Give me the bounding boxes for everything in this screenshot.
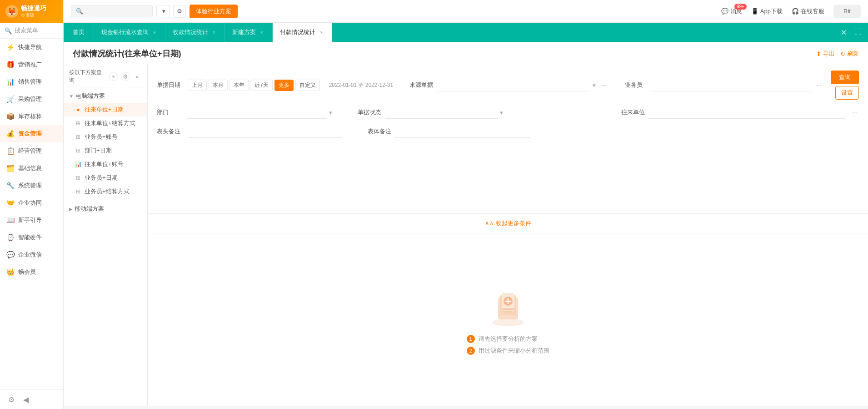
sidebar-item-member[interactable]: 👑 畅会员	[0, 263, 63, 281]
topbar-dropdown[interactable]: ▾	[156, 5, 170, 17]
bank-flow-tab-label: 现金银行流水查询	[101, 28, 149, 36]
last-month-button[interactable]: 上月	[188, 80, 207, 91]
sidebar-item-finance[interactable]: 💰 资金管理	[0, 125, 63, 142]
scheme-item-partner-date[interactable]: ● 往来单位+日期	[64, 103, 147, 116]
sidebar-item-hardware[interactable]: ⌚ 智能硬件	[0, 229, 63, 246]
scheme-item-partner-settle[interactable]: ⊞ 往来单位+结算方式	[64, 116, 147, 130]
partner-input-area[interactable]	[649, 106, 847, 119]
scheme-add-button[interactable]: +	[109, 72, 118, 81]
sidebar: 🦊 畅捷通巧 标准版 🔍 搜索菜单 ⚡ 快捷导航 🎁 营销推广 📊 销售管理 🛒…	[0, 0, 64, 409]
salesperson-ellipsis[interactable]: ···	[814, 81, 823, 89]
export-button[interactable]: ⬆ 导出	[816, 50, 835, 58]
message-action[interactable]: 💬 消息 99+	[721, 7, 742, 15]
scheme-collapse-button[interactable]: «	[133, 72, 142, 81]
scheme-item-staff-date[interactable]: ⊞ 业务员+日期	[64, 171, 147, 185]
last-7days-button[interactable]: 近7天	[250, 80, 273, 91]
this-month-button[interactable]: 本月	[209, 80, 228, 91]
scheme-item-icon: ⊞	[75, 147, 82, 154]
header-note-input[interactable]	[188, 125, 342, 138]
partner-ellipsis[interactable]: ···	[850, 109, 859, 116]
sidebar-item-wechat[interactable]: 💬 企业微信	[0, 246, 63, 263]
sidebar-item-sales[interactable]: 📊 销售管理	[0, 73, 63, 91]
scheme-panel-header: 按以下方案查询 + ⚙ «	[64, 64, 147, 87]
nav-label: 快捷导航	[18, 43, 42, 51]
refresh-button[interactable]: ↻ 刷新	[840, 50, 859, 58]
scheme-item-staff-settle[interactable]: ⊞ 业务员+结算方式	[64, 185, 147, 198]
sidebar-item-operation[interactable]: 📋 经营管理	[0, 142, 63, 160]
tip-text-2: 用过滤条件来缩小分析范围	[479, 347, 549, 355]
header-note-label: 表头备注	[157, 127, 180, 136]
collapse-sidebar-icon[interactable]: ◀	[21, 394, 31, 404]
tab-close-receive-stats[interactable]: ×	[211, 29, 217, 35]
receive-stats-tab-label: 收款情况统计	[173, 28, 208, 36]
tab-bar: 首页 现金银行流水查询 × 收款情况统计 × 新建方案 × 付款情况统计 × ✕…	[64, 23, 868, 42]
topbar-gear-button[interactable]: ⚙	[173, 5, 186, 18]
tab-home[interactable]: 首页	[64, 23, 94, 42]
sidebar-item-marketing[interactable]: 🎁 营销推广	[0, 56, 63, 73]
sidebar-search[interactable]: 🔍 搜索菜单	[0, 23, 63, 39]
tab-receive-stats[interactable]: 收款情况统计 ×	[165, 23, 225, 42]
dept-dropdown-icon[interactable]: ▾	[329, 109, 332, 116]
scheme-item-label: 往来单位+账号	[85, 160, 124, 168]
settings-button[interactable]: 设置	[835, 86, 859, 100]
home-tab-label: 首页	[73, 28, 85, 36]
scheme-group-header-desktop[interactable]: ▼ 电脑端方案	[64, 89, 147, 103]
sidebar-item-quick-nav[interactable]: ⚡ 快捷导航	[0, 39, 63, 56]
tab-bank-flow[interactable]: 现金银行流水查询 ×	[94, 23, 165, 42]
scheme-group-label: 电脑端方案	[75, 92, 105, 100]
scheme-group-header-mobile[interactable]: ▶ 移动端方案	[64, 202, 147, 216]
tab-expand-icon[interactable]: ⛶	[853, 27, 863, 38]
scheme-item-staff-account[interactable]: ⊞ 业务员+账号	[64, 130, 147, 144]
collapse-label: 收起更多条件	[496, 219, 531, 227]
collapse-conditions-button[interactable]: ∧∧ 收起更多条件	[479, 217, 537, 229]
scheme-settings-button[interactable]: ⚙	[121, 72, 130, 81]
tab-close-bank-flow[interactable]: ×	[151, 29, 158, 35]
source-dropdown-icon[interactable]: ▾	[593, 82, 596, 89]
top-bar: 🔍 ▾ ⚙ 体验行业方案 💬 消息 99+ 📱 App下载	[64, 0, 868, 23]
query-button[interactable]: 查询	[831, 71, 859, 84]
scheme-item-label: 往来单位+日期	[85, 106, 124, 114]
topbar-search-box[interactable]: 🔍	[71, 5, 153, 17]
source-doc-input-area[interactable]	[437, 79, 589, 91]
partner-label: 往来单位	[621, 108, 645, 116]
online-service-action[interactable]: 🎧 在线客服	[792, 7, 824, 15]
scheme-item-label: 部门+日期	[85, 146, 112, 155]
avatar-text: Rit	[843, 8, 851, 15]
settings-footer-icon[interactable]: ⚙	[6, 394, 16, 404]
scheme-item-dept-date[interactable]: ⊞ 部门+日期	[64, 144, 147, 157]
nav-label: 销售管理	[18, 78, 42, 86]
nav-label: 基础信息	[18, 164, 42, 172]
sidebar-item-system[interactable]: 🔧 系统管理	[0, 177, 63, 194]
scheme-item-icon: ⊞	[75, 120, 82, 127]
this-year-button[interactable]: 本年	[229, 80, 249, 91]
tab-close-new-scheme[interactable]: ×	[259, 29, 265, 35]
tab-close-pay-stats[interactable]: ×	[318, 29, 324, 35]
nav-label: 经营管理	[18, 147, 42, 155]
trial-button[interactable]: 体验行业方案	[190, 5, 238, 18]
tab-new-scheme[interactable]: 新建方案 ×	[225, 23, 273, 42]
dept-input-area[interactable]	[187, 106, 327, 119]
source-doc-ellipsis[interactable]: ···	[599, 81, 609, 89]
sidebar-item-basic[interactable]: 🗂️ 基础信息	[0, 160, 63, 177]
tab-close-all-icon[interactable]: ✕	[838, 27, 849, 38]
chart-icon: 📊	[75, 161, 82, 168]
custom-date-button[interactable]: 自定义	[295, 80, 320, 91]
doc-status-dropdown-icon[interactable]: ▾	[500, 109, 503, 116]
app-download-action[interactable]: 📱 App下载	[751, 7, 783, 15]
avatar[interactable]: Rit	[833, 5, 861, 18]
sidebar-item-purchase[interactable]: 🛒 采购管理	[0, 91, 63, 108]
salesperson-input-area[interactable]	[651, 79, 811, 91]
operation-icon: 📋	[6, 147, 15, 155]
tab-pay-stats[interactable]: 付款情况统计 ×	[273, 23, 332, 42]
phone-icon: 📱	[751, 8, 758, 15]
logo-sub: 标准版	[21, 12, 46, 18]
sidebar-item-inventory[interactable]: 📦 库存核算	[0, 108, 63, 125]
scheme-item-partner-account[interactable]: 📊 往来单位+账号	[64, 157, 147, 171]
doc-status-input-area[interactable]	[385, 106, 498, 119]
filter-row-2: 部门 ▾ 单据状态 ▾ 往	[157, 106, 859, 119]
body-note-input[interactable]	[395, 125, 531, 138]
sidebar-item-cooperation[interactable]: 🤝 企业协同	[0, 194, 63, 212]
more-date-button[interactable]: 更多	[274, 80, 294, 91]
sidebar-item-guide[interactable]: 📖 新手引导	[0, 212, 63, 229]
empty-tip-2: 2 用过滤条件来缩小分析范围	[467, 347, 549, 355]
